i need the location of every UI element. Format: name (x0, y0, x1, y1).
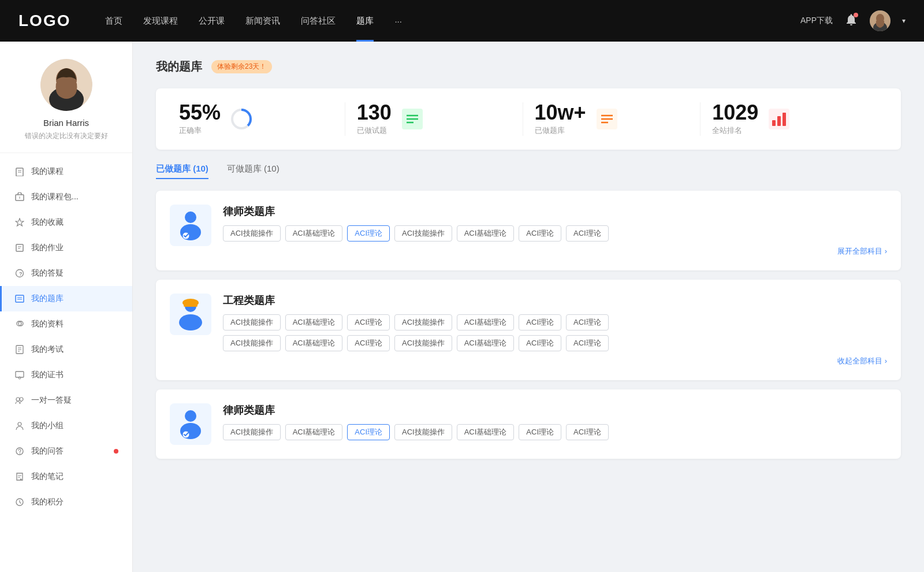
sidebar-label-notes: 我的笔记 (31, 471, 118, 482)
qbank-icon-engineer (170, 294, 211, 335)
sidebar-label-oneone: 一对一答疑 (31, 395, 118, 406)
tag-1-12[interactable]: ACI理论 (519, 335, 561, 351)
nav-discover[interactable]: 发现课程 (143, 16, 178, 27)
qbank-tags-0: ACI技能操作 ACI基础理论 ACI理论 ACI技能操作 ACI基础理论 AC… (223, 225, 887, 242)
tag-0-2[interactable]: ACI理论 (347, 225, 390, 242)
stat-accuracy-text: 55% 正确率 (179, 102, 221, 136)
avatar[interactable] (870, 10, 891, 31)
qbank-card-1: 工程类题库 ACI技能操作 ACI基础理论 ACI理论 ACI技能操作 ACI基… (156, 280, 901, 380)
tab-available[interactable]: 可做题库 (10) (227, 164, 280, 179)
tag-1-7[interactable]: ACI技能操作 (223, 335, 281, 351)
sidebar-item-exam[interactable]: 我的考试 (0, 337, 132, 362)
profile-avatar-image (40, 59, 92, 111)
stat-rank: 1029 全站排名 (701, 102, 878, 136)
qbank-header-1: 工程类题库 ACI技能操作 ACI基础理论 ACI理论 ACI技能操作 ACI基… (170, 294, 887, 366)
qbank-tags-1-row1: ACI技能操作 ACI基础理论 ACI理论 ACI技能操作 ACI基础理论 AC… (223, 314, 887, 330)
package-icon (14, 191, 25, 203)
nav-home[interactable]: 首页 (105, 16, 122, 27)
tag-2-4[interactable]: ACI基础理论 (457, 424, 515, 440)
notification-dot (854, 13, 858, 17)
tabs-row: 已做题库 (10) 可做题库 (10) (156, 164, 901, 179)
sidebar-item-package[interactable]: 我的课程包... (0, 184, 132, 210)
stat-accuracy-value: 55% (179, 102, 221, 123)
qbank-card-0: 律师类题库 ACI技能操作 ACI基础理论 ACI理论 ACI技能操作 ACI基… (156, 191, 901, 270)
nav-qbank[interactable]: 题库 (356, 16, 374, 27)
app-download-button[interactable]: APP下载 (800, 16, 833, 26)
sidebar-item-myqa[interactable]: 我的问答 (0, 439, 132, 464)
note-icon (14, 471, 25, 482)
tag-1-8[interactable]: ACI基础理论 (285, 335, 343, 351)
sidebar-item-group[interactable]: 我的小组 (0, 413, 132, 439)
svg-text:?: ? (19, 271, 23, 277)
tag-2-6[interactable]: ACI理论 (566, 424, 609, 440)
svg-rect-47 (777, 116, 781, 126)
list-orange-icon (595, 107, 619, 131)
expand-link-0[interactable]: 展开全部科目 › (223, 246, 887, 257)
qbank-title-1: 工程类题库 (223, 294, 887, 307)
nav-more[interactable]: ··· (394, 16, 402, 26)
tag-2-1[interactable]: ACI基础理论 (285, 424, 343, 440)
sidebar-menu: 我的课程 我的课程包... 我的收藏 我的作业 (0, 159, 132, 515)
tag-0-6[interactable]: ACI理论 (566, 225, 609, 242)
sidebar-item-course[interactable]: 我的课程 (0, 159, 132, 184)
tag-0-3[interactable]: ACI技能操作 (394, 225, 452, 242)
sidebar-item-homework[interactable]: 我的作业 (0, 235, 132, 261)
qbank-header-0: 律师类题库 ACI技能操作 ACI基础理论 ACI理论 ACI技能操作 ACI基… (170, 205, 887, 257)
nav-open[interactable]: 公开课 (199, 16, 225, 27)
tag-1-1[interactable]: ACI基础理论 (285, 314, 343, 330)
sidebar-label-qbank: 我的题库 (31, 294, 118, 304)
group-icon (14, 420, 25, 432)
svg-rect-11 (16, 244, 23, 251)
exam-icon (14, 344, 25, 355)
tag-0-4[interactable]: ACI基础理论 (457, 225, 515, 242)
page-wrapper: Brian Harris 错误的决定比没有决定要好 我的课程 我的课程包... (0, 42, 924, 572)
notification-bell[interactable] (844, 13, 858, 29)
tag-1-13[interactable]: ACI理论 (566, 335, 609, 351)
list-green-icon (401, 107, 424, 131)
stat-done-questions: 130 已做试题 (345, 102, 523, 136)
tag-0-0[interactable]: ACI技能操作 (223, 225, 281, 242)
tag-1-6[interactable]: ACI理论 (566, 314, 609, 330)
sidebar: Brian Harris 错误的决定比没有决定要好 我的课程 我的课程包... (0, 42, 133, 572)
qbank-icon-lawyer-2 (170, 403, 211, 445)
stat-accuracy-label: 正确率 (179, 125, 221, 136)
sidebar-item-certificate[interactable]: 我的证书 (0, 362, 132, 388)
points-icon (14, 496, 25, 508)
pie-chart-icon (230, 107, 253, 131)
nav-qa[interactable]: 问答社区 (301, 16, 336, 27)
collapse-link-1[interactable]: 收起全部科目 › (223, 356, 887, 366)
sidebar-item-askquestion[interactable]: ? 我的答疑 (0, 261, 132, 286)
homework-icon (14, 242, 25, 254)
stat-accuracy: 55% 正确率 (179, 102, 345, 136)
tag-2-5[interactable]: ACI理论 (519, 424, 561, 440)
stat-done-banks-label: 已做题库 (535, 125, 586, 136)
tag-1-0[interactable]: ACI技能操作 (223, 314, 281, 330)
sidebar-item-oneone[interactable]: 一对一答疑 (0, 388, 132, 413)
tag-2-2[interactable]: ACI理论 (347, 424, 390, 440)
tag-1-10[interactable]: ACI技能操作 (394, 335, 452, 351)
tab-done[interactable]: 已做题库 (10) (156, 164, 208, 179)
sidebar-item-favorites[interactable]: 我的收藏 (0, 210, 132, 235)
tag-1-2[interactable]: ACI理论 (347, 314, 390, 330)
tag-0-1[interactable]: ACI基础理论 (285, 225, 343, 242)
stat-done-questions-value: 130 (357, 102, 392, 123)
svg-rect-46 (772, 120, 776, 126)
qbank-card-2: 律师类题库 ACI技能操作 ACI基础理论 ACI理论 ACI技能操作 ACI基… (156, 389, 901, 459)
tag-1-5[interactable]: ACI理论 (519, 314, 561, 330)
stat-rank-label: 全站排名 (712, 125, 758, 136)
sidebar-item-points[interactable]: 我的积分 (0, 489, 132, 515)
tag-0-5[interactable]: ACI理论 (519, 225, 561, 242)
trial-badge: 体验剩余23天！ (211, 60, 272, 73)
tag-2-3[interactable]: ACI技能操作 (394, 424, 452, 440)
sidebar-item-material[interactable]: 我的资料 (0, 311, 132, 337)
stat-done-banks: 10w+ 已做题库 (523, 102, 701, 136)
tag-2-0[interactable]: ACI技能操作 (223, 424, 281, 440)
nav-news[interactable]: 新闻资讯 (245, 16, 280, 27)
sidebar-item-qbank[interactable]: 我的题库 (0, 286, 132, 311)
tag-1-4[interactable]: ACI基础理论 (457, 314, 515, 330)
tag-1-3[interactable]: ACI技能操作 (394, 314, 452, 330)
tag-1-9[interactable]: ACI理论 (347, 335, 390, 351)
nav-chevron-icon[interactable]: ▾ (902, 17, 906, 25)
tag-1-11[interactable]: ACI基础理论 (457, 335, 515, 351)
sidebar-item-notes[interactable]: 我的笔记 (0, 464, 132, 489)
